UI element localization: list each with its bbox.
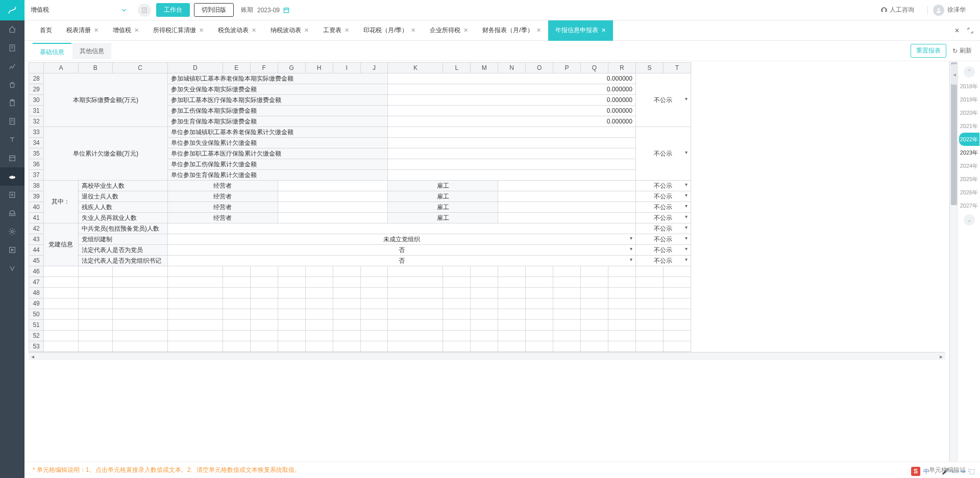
empty-cell[interactable] xyxy=(526,341,553,352)
empty-cell[interactable] xyxy=(581,266,608,277)
nav-v-icon[interactable] xyxy=(0,259,24,278)
empty-cell[interactable] xyxy=(278,288,305,298)
note-icon-button[interactable] xyxy=(138,4,151,17)
empty-cell[interactable] xyxy=(608,266,635,277)
empty-cell[interactable] xyxy=(360,277,388,288)
user-menu[interactable]: 徐泽华 xyxy=(933,5,966,16)
row-header[interactable]: 29 xyxy=(29,84,44,95)
empty-cell[interactable] xyxy=(333,288,360,298)
row-header[interactable]: 41 xyxy=(29,213,44,223)
row-header[interactable]: 28 xyxy=(29,73,44,84)
empty-cell[interactable] xyxy=(223,266,250,277)
ime-mic-icon[interactable]: 🎤 xyxy=(942,468,949,475)
row-header[interactable]: 44 xyxy=(29,245,44,256)
empty-cell[interactable] xyxy=(608,320,635,331)
empty-cell[interactable] xyxy=(333,341,360,352)
center-dropdown[interactable]: 未成立党组织 xyxy=(167,234,635,245)
value-cell[interactable] xyxy=(388,138,635,148)
empty-cell[interactable] xyxy=(113,309,168,320)
expand-tabs-button[interactable] xyxy=(964,24,977,37)
empty-cell[interactable] xyxy=(250,331,278,341)
empty-cell[interactable] xyxy=(443,298,471,309)
tab-close-icon[interactable]: ✕ xyxy=(252,27,256,34)
ime-item[interactable]: 中 xyxy=(923,467,929,476)
row-header[interactable]: 48 xyxy=(29,288,44,298)
empty-cell[interactable] xyxy=(113,320,168,331)
nav-chart-icon[interactable] xyxy=(0,57,24,76)
empty-cell[interactable] xyxy=(608,341,635,352)
empty-cell[interactable] xyxy=(471,266,498,277)
empty-cell[interactable] xyxy=(581,331,608,341)
ime-item[interactable]: ▭ xyxy=(952,468,958,475)
center-dropdown[interactable]: 否 xyxy=(167,245,635,256)
empty-cell[interactable] xyxy=(388,298,443,309)
empty-cell[interactable] xyxy=(635,277,663,288)
empty-cell[interactable] xyxy=(305,298,333,309)
empty-cell[interactable] xyxy=(250,288,278,298)
empty-cell[interactable] xyxy=(113,341,168,352)
empty-cell[interactable] xyxy=(113,288,168,298)
value-cell[interactable] xyxy=(498,181,636,191)
year-option[interactable]: 2021年 xyxy=(959,119,979,133)
year-option[interactable]: 2022年 xyxy=(959,133,979,146)
ime-item[interactable]: ， xyxy=(933,467,939,476)
empty-cell[interactable] xyxy=(113,298,168,309)
empty-cell[interactable] xyxy=(663,288,691,298)
empty-cell[interactable] xyxy=(167,266,223,277)
value-cell[interactable] xyxy=(278,181,388,191)
tab-6[interactable]: 工资表✕ xyxy=(316,20,356,41)
year-option[interactable]: 2018年 xyxy=(959,80,979,93)
empty-cell[interactable] xyxy=(250,341,278,352)
empty-cell[interactable] xyxy=(388,266,443,277)
empty-cell[interactable] xyxy=(167,309,223,320)
empty-cell[interactable] xyxy=(44,277,78,288)
empty-cell[interactable] xyxy=(635,298,663,309)
empty-cell[interactable] xyxy=(223,277,250,288)
empty-cell[interactable] xyxy=(608,277,635,288)
col-header[interactable]: R xyxy=(608,63,635,73)
row-header[interactable]: 50 xyxy=(29,309,44,320)
row-header[interactable]: 47 xyxy=(29,277,44,288)
empty-cell[interactable] xyxy=(223,298,250,309)
col-header[interactable]: C xyxy=(113,63,168,73)
year-option[interactable]: 2026年 xyxy=(959,186,979,199)
year-option[interactable]: 2024年 xyxy=(959,159,979,172)
corner-cell[interactable] xyxy=(29,63,44,73)
nav-clipboard-icon[interactable] xyxy=(0,94,24,112)
empty-cell[interactable] xyxy=(635,309,663,320)
row-header[interactable]: 40 xyxy=(29,202,44,213)
empty-cell[interactable] xyxy=(305,331,333,341)
empty-cell[interactable] xyxy=(44,341,78,352)
value-cell[interactable] xyxy=(388,170,635,181)
row-header[interactable]: 53 xyxy=(29,341,44,352)
empty-cell[interactable] xyxy=(167,341,223,352)
visibility-dropdown[interactable]: 不公示 xyxy=(635,181,691,191)
col-header[interactable]: E xyxy=(223,63,250,73)
empty-cell[interactable] xyxy=(608,309,635,320)
value-cell[interactable] xyxy=(278,191,388,202)
year-option[interactable]: 2020年 xyxy=(959,106,979,119)
empty-cell[interactable] xyxy=(250,320,278,331)
empty-cell[interactable] xyxy=(333,320,360,331)
visibility-dropdown[interactable]: 不公示 xyxy=(635,191,691,202)
help-link[interactable]: 人工咨询 xyxy=(880,6,914,14)
empty-cell[interactable] xyxy=(305,320,333,331)
empty-cell[interactable] xyxy=(388,309,443,320)
tab-close-icon[interactable]: ✕ xyxy=(345,27,349,34)
row-header[interactable]: 32 xyxy=(29,116,44,127)
empty-cell[interactable] xyxy=(167,288,223,298)
empty-cell[interactable] xyxy=(526,331,553,341)
row-header[interactable]: 49 xyxy=(29,298,44,309)
row-header[interactable]: 30 xyxy=(29,95,44,106)
tab-9[interactable]: 财务报表（月/季）✕ xyxy=(475,20,548,41)
nav-inbox-icon[interactable] xyxy=(0,204,24,222)
row-header[interactable]: 38 xyxy=(29,181,44,191)
empty-cell[interactable] xyxy=(498,277,526,288)
value-cell[interactable]: 0.000000 xyxy=(388,84,635,95)
empty-cell[interactable] xyxy=(635,341,663,352)
col-header[interactable]: B xyxy=(78,63,112,73)
row-header[interactable]: 36 xyxy=(29,159,44,170)
tab-close-icon[interactable]: ✕ xyxy=(199,27,204,34)
empty-cell[interactable] xyxy=(360,341,388,352)
row-header[interactable]: 31 xyxy=(29,106,44,116)
